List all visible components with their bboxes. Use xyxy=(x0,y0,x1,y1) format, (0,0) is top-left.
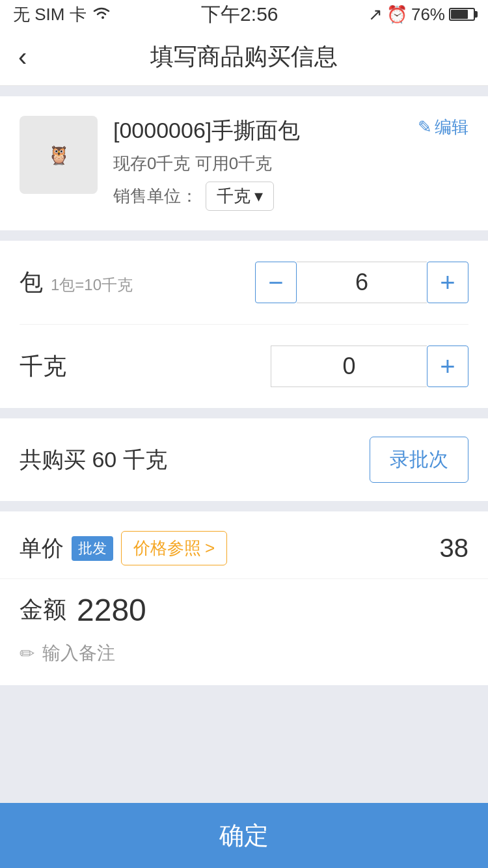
status-bar: 无 SIM 卡 下午2:56 ↗ ⏰ 76% xyxy=(0,0,488,29)
bao-plus-button[interactable]: + xyxy=(427,262,468,303)
edit-icon: ✎ xyxy=(418,117,432,137)
confirm-button[interactable]: 确定 xyxy=(0,803,488,868)
alarm-icon: ⏰ xyxy=(386,5,407,25)
mid-divider-1 xyxy=(0,230,488,241)
unit-value: 千克 xyxy=(217,185,251,208)
bao-label: 包 xyxy=(20,267,43,299)
product-card: 🦉 [0000006]手撕面包 ✎ 编辑 现存0千克 可用0千克 销售单位： 千… xyxy=(0,96,488,230)
bao-minus-button[interactable]: − xyxy=(255,262,297,303)
price-ref-icon: > xyxy=(205,538,215,558)
nav-bar: ‹ 填写商品购买信息 xyxy=(0,29,488,86)
remark-row[interactable]: ✏ 输入备注 xyxy=(20,641,468,666)
no-sim-label: 无 SIM 卡 xyxy=(13,3,87,26)
price-ref-label: 价格参照 xyxy=(133,537,201,560)
battery-icon xyxy=(449,8,475,21)
amount-value: 2280 xyxy=(77,592,146,628)
amount-label: 金额 xyxy=(20,594,66,626)
mid-divider-2 xyxy=(0,408,488,418)
price-value: 38 xyxy=(440,534,469,563)
time-display: 下午2:56 xyxy=(201,1,278,28)
product-image: 🦉 xyxy=(20,116,98,194)
status-right: ↗ ⏰ 76% xyxy=(368,5,475,25)
product-header: [0000006]手撕面包 ✎ 编辑 xyxy=(113,116,468,152)
product-unit-row: 销售单位： 千克 ▾ xyxy=(113,182,468,211)
amount-section: 金额 2280 ✏ 输入备注 xyxy=(0,578,488,685)
edit-label: 编辑 xyxy=(435,116,468,139)
mid-divider-3 xyxy=(0,501,488,511)
product-info: [0000006]手撕面包 ✎ 编辑 现存0千克 可用0千克 销售单位： 千克 … xyxy=(113,116,468,211)
kg-qty-control: + xyxy=(271,346,468,387)
price-ref-button[interactable]: 价格参照 > xyxy=(121,531,227,565)
bao-label-group: 包 1包=10千克 xyxy=(20,267,133,299)
back-button[interactable]: ‹ xyxy=(18,42,27,72)
record-batch-button[interactable]: 录批次 xyxy=(370,437,468,483)
unit-select[interactable]: 千克 ▾ xyxy=(206,182,274,211)
kg-input-row: 千克 + xyxy=(20,325,468,408)
bao-qty-control: − + xyxy=(255,262,468,303)
unit-label: 销售单位： xyxy=(113,185,198,208)
kg-plus-button[interactable]: + xyxy=(427,346,468,387)
product-logo: 🦉 xyxy=(47,144,70,166)
status-left: 无 SIM 卡 xyxy=(13,3,111,26)
top-divider xyxy=(0,86,488,96)
battery-percent: 76% xyxy=(411,5,445,25)
remark-placeholder: 输入备注 xyxy=(42,641,115,666)
page-title: 填写商品购买信息 xyxy=(150,41,338,73)
total-text: 共购买 60 千克 xyxy=(20,445,167,475)
edit-button[interactable]: ✎ 编辑 xyxy=(418,116,468,139)
location-icon: ↗ xyxy=(368,5,383,25)
remark-icon: ✏ xyxy=(20,643,34,664)
bao-qty-input[interactable] xyxy=(297,262,427,303)
price-label-group: 单价 批发 价格参照 > xyxy=(20,531,227,565)
batch-tag: 批发 xyxy=(72,536,113,561)
kg-label: 千克 xyxy=(20,351,66,383)
total-section: 共购买 60 千克 录批次 xyxy=(0,418,488,501)
kg-qty-input[interactable] xyxy=(271,346,427,387)
quantity-section: 包 1包=10千克 − + 千克 + xyxy=(0,241,488,408)
amount-row: 金额 2280 xyxy=(20,592,468,628)
bao-input-row: 包 1包=10千克 − + xyxy=(20,241,468,325)
price-label: 单价 xyxy=(20,534,64,563)
bao-sub-label: 1包=10千克 xyxy=(51,275,133,295)
price-section: 单价 批发 价格参照 > 38 xyxy=(0,511,488,578)
product-name: [0000006]手撕面包 xyxy=(113,116,300,146)
product-stock: 现存0千克 可用0千克 xyxy=(113,152,468,175)
dropdown-icon: ▾ xyxy=(254,186,263,206)
wifi-icon xyxy=(92,5,111,25)
